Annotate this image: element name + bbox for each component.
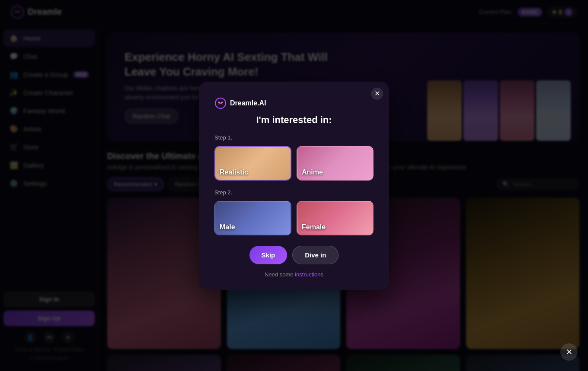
dive-in-button[interactable]: Dive in [292, 246, 339, 264]
modal-title: I'm interested in: [214, 114, 374, 126]
style-options-grid: Realistic Anime [214, 146, 374, 181]
modal-close-button[interactable]: ✕ [371, 88, 383, 100]
style-label-realistic: Realistic [215, 165, 252, 180]
step1-label: Step 1. [214, 134, 374, 141]
gender-option-male[interactable]: Male [214, 201, 291, 235]
modal-logo-icon [214, 97, 227, 109]
style-label-anime: Anime [297, 165, 327, 180]
modal-logo-text: Dreamle.AI [230, 99, 266, 107]
gender-label-female: Female [297, 220, 330, 235]
gender-option-female[interactable]: Female [297, 201, 374, 235]
gender-options-grid: Male Female [214, 201, 374, 235]
svg-point-5 [221, 101, 223, 103]
style-option-anime[interactable]: Anime [297, 146, 374, 181]
svg-point-4 [218, 101, 220, 103]
modal-overlay[interactable]: ✕ Dreamle.AI I'm interested in: Step 1. … [0, 0, 588, 371]
step2-label: Step 2. [214, 189, 374, 196]
instructions-link[interactable]: instructions [295, 271, 323, 278]
skip-button[interactable]: Skip [249, 246, 288, 264]
gender-label-male: Male [215, 220, 240, 235]
modal-footer: Need some instructions [214, 271, 374, 278]
modal-logo-area: Dreamle.AI [214, 97, 374, 109]
corner-close-button[interactable]: ✕ [560, 343, 578, 361]
style-option-realistic[interactable]: Realistic [214, 146, 291, 181]
modal: ✕ Dreamle.AI I'm interested in: Step 1. … [199, 82, 389, 290]
modal-actions: Skip Dive in [214, 246, 374, 264]
